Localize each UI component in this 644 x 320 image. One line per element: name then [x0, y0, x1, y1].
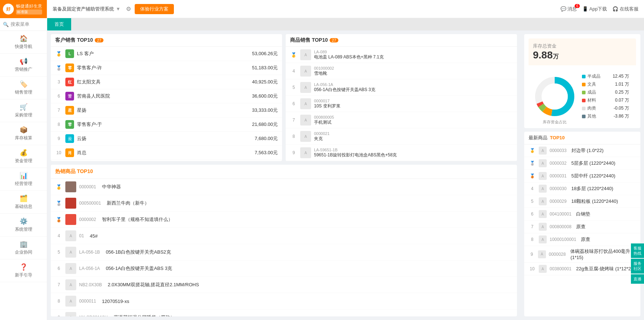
- table-row: 10 A 003800001 22g鱼豆腐-烧烤味 (1*12*20): [524, 263, 640, 275]
- product-icon: A: [539, 197, 547, 205]
- customer-amount: 51,183.00元: [252, 65, 278, 71]
- table-row: 🥇 0000001 中华神器: [51, 179, 517, 195]
- svg-point-5: [542, 83, 568, 110]
- purchase-icon: 🛒: [20, 103, 28, 111]
- rank-number: 6: [55, 266, 62, 271]
- legend-color-icon: [582, 83, 586, 86]
- online-service-btn[interactable]: 🎧 在线客服: [612, 6, 639, 12]
- live-btn[interactable]: 直播: [631, 274, 644, 284]
- logo-tag: 标准版: [16, 9, 42, 15]
- product-name: 白钢垫: [576, 211, 590, 217]
- customer-amount: 21,680.00元: [252, 121, 278, 128]
- product-name: 056-1A白色按键开关盖ABS 3克: [314, 87, 513, 93]
- tab-home[interactable]: 首页: [47, 18, 71, 30]
- table-row: 🥇 A 0000033 封边带 (1.0*22): [524, 144, 640, 157]
- product-name: 新西兰牛肉（新牛）: [107, 200, 149, 206]
- app-download-btn[interactable]: 📱 App下载: [582, 6, 607, 12]
- sidebar-item-purchase[interactable]: 🛒 采购管理: [0, 99, 47, 122]
- service-community-btn[interactable]: 服务社区: [631, 259, 644, 274]
- search-icon: 🔍: [3, 22, 9, 27]
- product-name: 5层中纤 (1220*2440): [571, 173, 615, 179]
- product-thumbnail: [65, 198, 76, 209]
- stock-chart-area: 库存资金占比 半成品 12.45 万 文具: [529, 65, 636, 124]
- product-icon: A: [539, 223, 547, 231]
- settings-icon[interactable]: ⚙: [126, 5, 131, 12]
- product-name: 雪地靴: [314, 70, 513, 77]
- message-badge[interactable]: 💬 消息 6: [561, 6, 577, 12]
- medal-icon: 🥈: [55, 201, 62, 206]
- sidebar-item-quick-nav[interactable]: 🏠 快捷导航: [0, 31, 47, 54]
- sidebar-item-basics[interactable]: 🗂️ 基础信息: [0, 191, 47, 214]
- product-name: 18多层 (1220*2440): [571, 185, 614, 192]
- customer-hotline-btn[interactable]: 客服热线: [631, 243, 644, 258]
- rank-number: 10: [55, 150, 62, 155]
- table-row: 4 A 0000030 18多层 (1220*2440): [524, 182, 640, 195]
- sidebar-item-finance[interactable]: 💰 资金管理: [0, 145, 47, 168]
- sidebar-item-enterprise[interactable]: 🏢 企业协同: [0, 237, 47, 259]
- product-sales-header: 商品销售 TOP10 27: [286, 34, 517, 47]
- sidebar-item-guide[interactable]: ❓ 新手引导: [0, 259, 47, 282]
- nav-label: 库存核算: [15, 135, 32, 141]
- enterprise-icon: 🏢: [20, 240, 28, 248]
- stock-legend: 半成品 12.45 万 文具 1.01 万: [582, 73, 629, 119]
- legend-color-icon: [582, 99, 586, 102]
- customer-top10-badge: 27: [95, 38, 103, 42]
- product-code: 0000011: [79, 299, 96, 304]
- new-products-title: 最新商品 TOP10: [529, 135, 565, 141]
- trial-button[interactable]: 体验行业方案: [135, 4, 174, 14]
- system-name: 装备及固定资产辅助管理系统: [53, 6, 114, 12]
- product-icon: A: [65, 279, 76, 290]
- product-icon: A: [539, 235, 547, 243]
- customer-name: 肖总: [77, 149, 252, 156]
- table-row: 5 A LA-056-1A 056-1A白色按键开关盖ABS 3克: [286, 79, 517, 96]
- product-icon: A: [300, 131, 311, 142]
- sidebar-item-sales[interactable]: 🏷️ 销售管理: [0, 77, 47, 99]
- product-code: 000800008: [550, 224, 571, 229]
- hot-products-header: 热销商品 TOP10: [51, 165, 517, 179]
- product-icon: A: [538, 250, 546, 258]
- table-row: 🥉 0000002 智利车子里（规格不知道填什么）: [51, 212, 517, 228]
- product-icon: A: [300, 49, 311, 60]
- product-sales-top10-panel: 商品销售 TOP10 27 🥇 A LA-089 电池盖 LA-089 ABS本…: [286, 34, 517, 161]
- rank-number: 9: [290, 150, 297, 155]
- message-count: 6: [575, 4, 580, 8]
- main-area: 装备及固定资产辅助管理系统 ▼ ⚙ 体验行业方案 💬 消息 6 📱 App下载 …: [47, 0, 644, 320]
- table-row: 8 A 0000011 12070519-xs: [51, 293, 517, 309]
- rank-number: 9: [55, 315, 62, 316]
- table-row: 4 A 001000002 雪地靴: [286, 63, 517, 79]
- customer-top10-title: 客户销售 TOP10: [55, 37, 93, 44]
- dropdown-arrow-icon[interactable]: ▼: [116, 6, 121, 12]
- sidebar-item-operations[interactable]: 📊 经营管理: [0, 168, 47, 191]
- table-row: 9 A LA-59651-1B 59651-1B旋转投影灯电池盒ABS黑色+58…: [286, 145, 517, 161]
- product-code: 0000033: [550, 148, 567, 153]
- product-name: 59651-1B旋转投影灯电池盒ABS黑色+58克: [314, 152, 513, 158]
- product-code: 10000100001: [550, 237, 576, 242]
- sidebar-item-marketing[interactable]: 📢 营销推广: [0, 54, 47, 77]
- medal-icon: 🥉: [55, 217, 62, 222]
- new-products-panel: 最新商品 TOP10 🥇 A 0000033 封边带 (1.0*22) 🥈: [524, 132, 640, 316]
- product-code: 0000002: [79, 217, 96, 222]
- customer-name: 苦南县人民医院: [77, 93, 249, 99]
- rank-number: 9: [55, 136, 62, 141]
- product-thumbnail: [65, 214, 76, 225]
- rank-number: 6: [55, 94, 62, 99]
- product-icon: A: [539, 265, 547, 273]
- basics-icon: 🗂️: [20, 194, 28, 202]
- product-icon: A: [539, 159, 547, 167]
- product-code: 0000017: [314, 99, 513, 103]
- sidebar-item-inventory[interactable]: 📦 库存核算: [0, 122, 47, 145]
- product-code: 0000021: [314, 131, 513, 136]
- table-row: 🥈 000500001 新西兰牛肉（新牛）: [51, 195, 517, 212]
- rank-number: 8: [55, 299, 62, 304]
- hot-products-title: 热销商品 TOP10: [55, 168, 93, 174]
- product-icon: A: [539, 210, 547, 218]
- hot-products-list: 🥇 0000001 中华神器 🥈 000500001 新西兰牛肉（新牛）: [51, 179, 517, 316]
- product-sales-list: 🥇 A LA-089 电池盖 LA-089 ABS本色+黑种 7.1克 4 A: [286, 47, 517, 161]
- system-selector: 装备及固定资产辅助管理系统 ▼: [53, 6, 121, 12]
- customer-name: 零售客户-许: [77, 65, 249, 71]
- product-code: 0000032: [550, 161, 567, 166]
- table-row: 9 云 云扬 7,680.00元: [51, 132, 282, 146]
- sidebar-search[interactable]: 🔍 搜索菜单: [0, 18, 47, 31]
- rank-number: 5: [290, 85, 297, 90]
- sidebar-item-system[interactable]: ⚙️ 系统管理: [0, 214, 47, 237]
